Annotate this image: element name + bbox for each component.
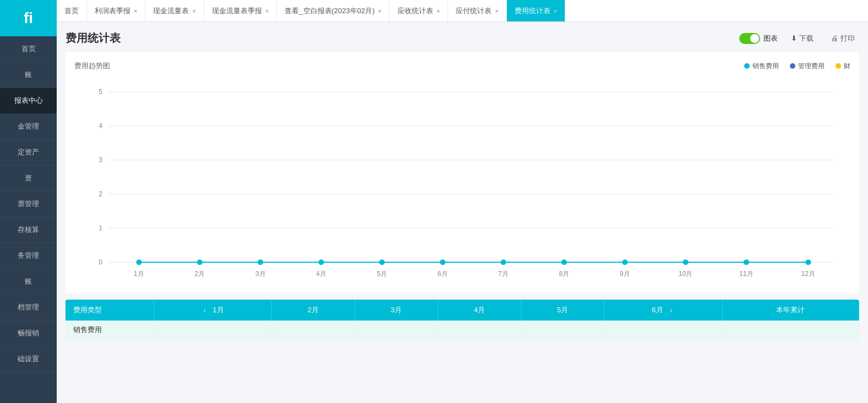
page-title: 费用统计表 xyxy=(65,31,121,46)
page-content: 费用统计表 图表 ⬇ 下载 🖨 打印 费用趋势图 xyxy=(57,22,868,403)
svg-point-29 xyxy=(440,260,445,265)
svg-text:4月: 4月 xyxy=(316,270,326,278)
sidebar-item-service[interactable]: 务管理 xyxy=(0,243,57,269)
row-m6-cell xyxy=(604,321,722,340)
tab-cashflow[interactable]: 现金流量表 × xyxy=(145,0,204,21)
sidebar-item-invoice[interactable]: 票管理 xyxy=(0,191,57,217)
chart-svg: 5 4 3 2 1 0 1月 2月 3月 4月 5月 6月 7月 8月 9 xyxy=(74,75,850,284)
sidebar-item-expense[interactable]: 畅报销 xyxy=(0,321,57,346)
download-icon: ⬇ xyxy=(791,34,797,42)
row-m1-cell xyxy=(154,321,271,340)
legend-item-sales: 销售费用 xyxy=(744,62,779,71)
row-m2-cell xyxy=(271,321,354,340)
chart-title: 费用趋势图 xyxy=(74,61,110,71)
col-month-4-header: 4月 xyxy=(438,300,521,321)
svg-point-28 xyxy=(379,260,385,265)
sidebar-item-archive[interactable]: 档管理 xyxy=(0,295,57,321)
legend-dot-sales xyxy=(744,63,750,69)
legend-item-finance: 财 xyxy=(836,62,850,71)
tab-blank-report[interactable]: 查看_空白报表(2023年02月) × xyxy=(277,0,390,21)
chart-area: 5 4 3 2 1 0 1月 2月 3月 4月 5月 6月 7月 8月 9 xyxy=(74,75,850,284)
sidebar-item-inventory[interactable]: 存核算 xyxy=(0,217,57,243)
sidebar-logo: fi xyxy=(0,0,57,36)
svg-point-31 xyxy=(561,260,567,265)
svg-text:2月: 2月 xyxy=(194,270,205,278)
svg-text:4: 4 xyxy=(99,122,102,130)
sidebar-item-account[interactable]: 账 xyxy=(0,269,57,295)
row-m5-cell xyxy=(521,321,604,340)
tab-payable[interactable]: 应付统计表 × xyxy=(448,0,506,21)
row-type-cell: 销售费用 xyxy=(65,321,154,340)
sidebar-item-cash[interactable]: 金管理 xyxy=(0,114,57,140)
expense-table: 费用类型 ‹ 1月 2月 3月 4月 5月 xyxy=(65,300,859,340)
download-label: 下载 xyxy=(799,34,814,43)
svg-text:8月: 8月 xyxy=(559,270,569,278)
sidebar-item-salary[interactable]: 资 xyxy=(0,165,57,191)
tab-close-receivable[interactable]: × xyxy=(436,8,440,14)
legend-label-admin: 管理费用 xyxy=(798,62,825,71)
tab-cashflow-quarterly[interactable]: 现金流量表季报 × xyxy=(204,0,277,21)
print-label: 打印 xyxy=(840,34,855,43)
row-summary-cell xyxy=(722,321,859,340)
svg-text:11月: 11月 xyxy=(739,270,754,278)
sidebar: fi 首页 账 报表中心 金管理 定资产 资 票管理 存核算 务管理 账 档管理… xyxy=(0,0,57,403)
svg-text:0: 0 xyxy=(99,258,102,266)
legend-label-finance: 财 xyxy=(844,62,850,71)
svg-text:1: 1 xyxy=(99,224,102,232)
tab-close-cashflow-quarterly[interactable]: × xyxy=(265,8,269,14)
col-month-6-label: 6月 xyxy=(652,305,663,315)
tab-close-payable[interactable]: × xyxy=(495,8,498,14)
tab-close-expense[interactable]: × xyxy=(554,8,557,14)
chart-toggle-wrap: 图表 xyxy=(739,33,778,44)
svg-text:5: 5 xyxy=(99,88,102,96)
svg-text:3: 3 xyxy=(99,156,102,164)
svg-text:2: 2 xyxy=(99,190,102,198)
prev-arrow[interactable]: ‹ xyxy=(201,306,209,314)
col-month-1: 1月 xyxy=(212,305,223,315)
svg-point-25 xyxy=(197,260,203,265)
tab-home[interactable]: 首页 xyxy=(57,0,87,21)
chart-panel: 费用趋势图 销售费用 管理费用 财 xyxy=(65,52,859,293)
svg-text:12月: 12月 xyxy=(801,270,815,278)
legend-label-sales: 销售费用 xyxy=(752,62,779,71)
sidebar-item-settings[interactable]: 础设置 xyxy=(0,346,57,372)
col-month-6-nav[interactable]: 6月 › xyxy=(604,300,722,321)
col-month-5-header: 5月 xyxy=(521,300,604,321)
svg-point-27 xyxy=(318,260,324,265)
sidebar-item-home[interactable]: 首页 xyxy=(0,36,57,62)
svg-text:1月: 1月 xyxy=(134,270,144,278)
chart-toggle-label: 图表 xyxy=(763,34,778,43)
tab-close-cashflow[interactable]: × xyxy=(192,8,195,14)
col-prev-nav[interactable]: ‹ 1月 xyxy=(154,300,271,321)
tab-close-blank-report[interactable]: × xyxy=(378,8,381,14)
sidebar-item-ledger[interactable]: 账 xyxy=(0,62,57,88)
svg-text:6月: 6月 xyxy=(438,270,448,278)
svg-text:9月: 9月 xyxy=(620,270,630,278)
download-button[interactable]: ⬇ 下载 xyxy=(787,31,818,46)
svg-point-35 xyxy=(805,260,811,265)
svg-point-26 xyxy=(258,260,263,265)
print-button[interactable]: 🖨 打印 xyxy=(827,31,859,46)
legend-dot-finance xyxy=(836,63,841,69)
col-month-2-header: 2月 xyxy=(271,300,354,321)
row-m3-cell xyxy=(354,321,438,340)
main-area: 首页 利润表季报 × 现金流量表 × 现金流量表季报 × 查看_空白报表(202… xyxy=(57,0,868,403)
tab-bar: 首页 利润表季报 × 现金流量表 × 现金流量表季报 × 查看_空白报表(202… xyxy=(57,0,868,22)
chart-toggle[interactable] xyxy=(739,33,760,44)
data-table-wrap: 费用类型 ‹ 1月 2月 3月 4月 5月 xyxy=(65,300,859,340)
svg-text:5月: 5月 xyxy=(376,270,387,278)
page-header: 费用统计表 图表 ⬇ 下载 🖨 打印 xyxy=(65,31,859,46)
tab-expense[interactable]: 费用统计表 × xyxy=(507,0,565,21)
tab-close-profit-quarterly[interactable]: × xyxy=(134,8,137,14)
table-row: 销售费用 xyxy=(65,321,859,340)
tab-receivable[interactable]: 应收统计表 × xyxy=(390,0,448,21)
tab-profit-quarterly[interactable]: 利润表季报 × xyxy=(87,0,145,21)
legend-dot-admin xyxy=(790,63,795,69)
next-arrow[interactable]: › xyxy=(668,306,675,314)
sidebar-item-reports[interactable]: 报表中心 xyxy=(0,88,57,114)
col-month-3-header: 3月 xyxy=(354,300,438,321)
sidebar-item-assets[interactable]: 定资产 xyxy=(0,140,57,165)
svg-point-30 xyxy=(500,260,506,265)
svg-point-24 xyxy=(136,260,141,265)
svg-text:10月: 10月 xyxy=(679,270,693,278)
